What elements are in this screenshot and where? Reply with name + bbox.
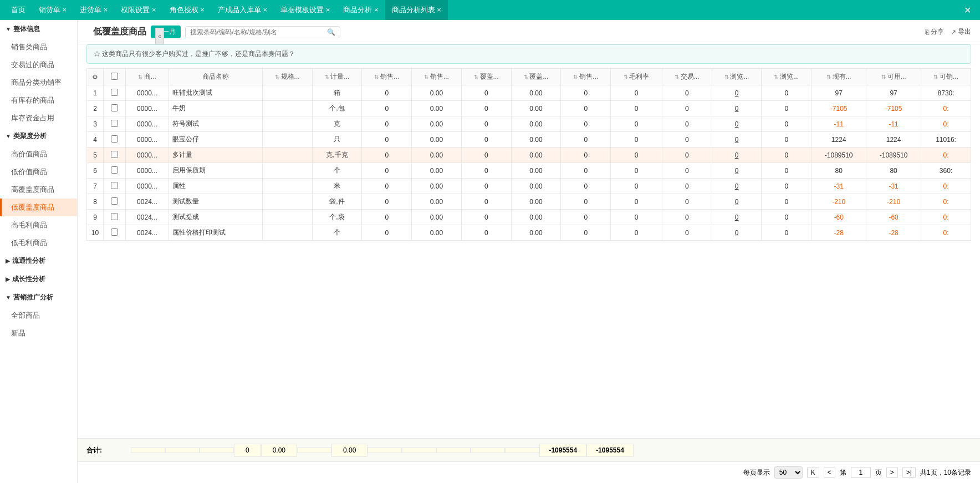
expand-icon: ▼ bbox=[6, 26, 11, 32]
column-sales-amt[interactable]: 销售... bbox=[412, 69, 462, 85]
column-coverage2[interactable]: 覆盖... bbox=[511, 69, 561, 85]
row-sellable: 0: bbox=[921, 148, 971, 163]
select-all-checkbox[interactable] bbox=[111, 73, 118, 80]
row-name[interactable]: 启用保质期 bbox=[169, 163, 262, 179]
row-name[interactable]: 牛奶 bbox=[169, 101, 262, 116]
row-trade: 0 bbox=[662, 163, 712, 179]
sidebar-item-high-coverage[interactable]: 高覆盖度商品 bbox=[0, 181, 77, 199]
row-name[interactable]: 旺辅批次测试 bbox=[169, 85, 262, 101]
page-next-button[interactable]: > bbox=[886, 467, 898, 478]
row-name[interactable]: 属性价格打印测试 bbox=[169, 225, 262, 241]
nav-analysis[interactable]: 商品分析 × bbox=[336, 0, 385, 20]
per-page-select[interactable]: 50 20 100 bbox=[774, 466, 803, 479]
nav-template[interactable]: 单据模板设置 × bbox=[274, 0, 336, 20]
search-icon[interactable]: 🔍 bbox=[327, 28, 335, 36]
row-browse1[interactable]: 0 bbox=[712, 210, 762, 225]
nav-home[interactable]: 首页 bbox=[4, 0, 32, 20]
row-name[interactable]: 眼宝公仔 bbox=[169, 132, 262, 148]
nav-product-entry[interactable]: 产成品入库单 × bbox=[211, 0, 274, 20]
nav-purchase[interactable]: 进货单 × bbox=[73, 0, 114, 20]
column-coverage1[interactable]: 覆盖... bbox=[461, 69, 511, 85]
sidebar-section-marketing[interactable]: ▼ 营销推广分析 bbox=[0, 288, 77, 307]
column-browse2[interactable]: 浏览... bbox=[762, 69, 811, 85]
search-box[interactable]: 🔍 bbox=[185, 26, 340, 38]
row-checkbox[interactable] bbox=[104, 116, 126, 132]
sidebar-item-low-margin[interactable]: 低毛利商品 bbox=[0, 234, 77, 252]
row-code: 0000... bbox=[126, 85, 169, 101]
row-checkbox[interactable] bbox=[104, 225, 126, 241]
page-last-button[interactable]: >| bbox=[902, 467, 916, 478]
sidebar-item-category-turnover[interactable]: 商品分类动销率 bbox=[0, 74, 77, 91]
nav-permissions[interactable]: 权限设置 × bbox=[114, 0, 162, 20]
page-number-input[interactable] bbox=[851, 467, 871, 478]
sidebar-collapse-button[interactable]: « bbox=[155, 28, 164, 44]
row-checkbox[interactable] bbox=[104, 101, 126, 116]
column-unit[interactable]: 计量... bbox=[312, 69, 362, 85]
column-current[interactable]: 现有... bbox=[811, 69, 866, 85]
nav-sales[interactable]: 销货单 × bbox=[32, 0, 73, 20]
row-browse1[interactable]: 0 bbox=[712, 101, 762, 116]
close-button[interactable]: ✕ bbox=[959, 5, 976, 16]
row-unit: 克,千克 bbox=[312, 148, 362, 163]
sidebar-item-high-margin[interactable]: 高毛利商品 bbox=[0, 216, 77, 234]
row-checkbox[interactable] bbox=[104, 148, 126, 163]
sidebar-section-growth[interactable]: ▶ 成长性分析 bbox=[0, 270, 77, 288]
column-browse1[interactable]: 浏览... bbox=[712, 69, 762, 85]
sidebar-item-stock-goods[interactable]: 有库存的商品 bbox=[0, 91, 77, 109]
row-name[interactable]: 属性 bbox=[169, 179, 262, 194]
column-name[interactable]: 商品名称 bbox=[169, 69, 262, 85]
row-name[interactable]: 测试提成 bbox=[169, 210, 262, 225]
row-browse1[interactable]: 0 bbox=[712, 132, 762, 148]
sidebar-item-low-coverage[interactable]: 低覆盖度商品 bbox=[0, 199, 77, 216]
row-name[interactable]: 测试数量 bbox=[169, 194, 262, 210]
export-icon: ↗ bbox=[951, 28, 956, 36]
column-settings[interactable]: ⚙ bbox=[87, 69, 104, 85]
column-code[interactable]: 商... bbox=[126, 69, 169, 85]
page-total-label: 页 bbox=[875, 468, 882, 477]
sidebar-item-high-value[interactable]: 高价值商品 bbox=[0, 145, 77, 163]
sidebar-item-capital[interactable]: 库存资金占用 bbox=[0, 109, 77, 127]
row-checkbox[interactable] bbox=[104, 210, 126, 225]
page-first-button[interactable]: K bbox=[807, 467, 819, 478]
share-button[interactable]: ⎗ 分享 bbox=[925, 27, 944, 37]
row-browse2: 0 bbox=[762, 163, 811, 179]
column-checkbox-header[interactable] bbox=[104, 69, 126, 85]
table-container[interactable]: ⚙ 商... 商品名称 规格... 计量... 销售... 销售... 覆盖..… bbox=[78, 68, 980, 438]
sidebar-item-sales-goods[interactable]: 销售类商品 bbox=[0, 38, 77, 56]
row-browse1[interactable]: 0 bbox=[712, 85, 762, 101]
row-browse1[interactable]: 0 bbox=[712, 148, 762, 163]
nav-roles[interactable]: 角色授权 × bbox=[163, 0, 211, 20]
sidebar-section-cluster[interactable]: ▼ 类聚度分析 bbox=[0, 127, 77, 145]
row-checkbox[interactable] bbox=[104, 163, 126, 179]
row-checkbox[interactable] bbox=[104, 194, 126, 210]
row-checkbox[interactable] bbox=[104, 85, 126, 101]
nav-analysis-list[interactable]: 商品分析列表 × bbox=[385, 0, 448, 20]
row-sales-qty: 0 bbox=[362, 179, 412, 194]
row-browse1[interactable]: 0 bbox=[712, 194, 762, 210]
column-gross-rate[interactable]: 毛利率 bbox=[611, 69, 662, 85]
sidebar-section-overall[interactable]: ▼ 整体信息 bbox=[0, 20, 77, 38]
column-trade[interactable]: 交易... bbox=[662, 69, 712, 85]
row-checkbox[interactable] bbox=[104, 132, 126, 148]
row-browse1[interactable]: 0 bbox=[712, 116, 762, 132]
row-browse1[interactable]: 0 bbox=[712, 179, 762, 194]
row-name[interactable]: 符号测试 bbox=[169, 116, 262, 132]
sidebar-item-new-goods[interactable]: 新品 bbox=[0, 324, 77, 342]
column-sales2[interactable]: 销售... bbox=[561, 69, 611, 85]
row-name[interactable]: 多计量 bbox=[169, 148, 262, 163]
sidebar-item-all-goods[interactable]: 全部商品 bbox=[0, 307, 77, 324]
column-spec[interactable]: 规格... bbox=[262, 69, 312, 85]
page-prev-button[interactable]: < bbox=[824, 467, 835, 478]
search-input[interactable] bbox=[190, 28, 325, 36]
sidebar-item-traded-goods[interactable]: 交易过的商品 bbox=[0, 56, 77, 74]
sidebar-section-circulation[interactable]: ▶ 流通性分析 bbox=[0, 252, 77, 270]
export-button[interactable]: ↗ 导出 bbox=[951, 27, 971, 37]
row-checkbox[interactable] bbox=[104, 179, 126, 194]
row-browse1[interactable]: 0 bbox=[712, 225, 762, 241]
row-browse1[interactable]: 0 bbox=[712, 163, 762, 179]
column-sales-qty[interactable]: 销售... bbox=[362, 69, 412, 85]
column-sellable[interactable]: 可销... bbox=[921, 69, 971, 85]
sidebar-item-low-value[interactable]: 低价值商品 bbox=[0, 163, 77, 181]
top-nav: 首页 销货单 × 进货单 × 权限设置 × 角色授权 × 产成品入库单 × 单据… bbox=[0, 0, 980, 20]
column-available[interactable]: 可用... bbox=[866, 69, 921, 85]
